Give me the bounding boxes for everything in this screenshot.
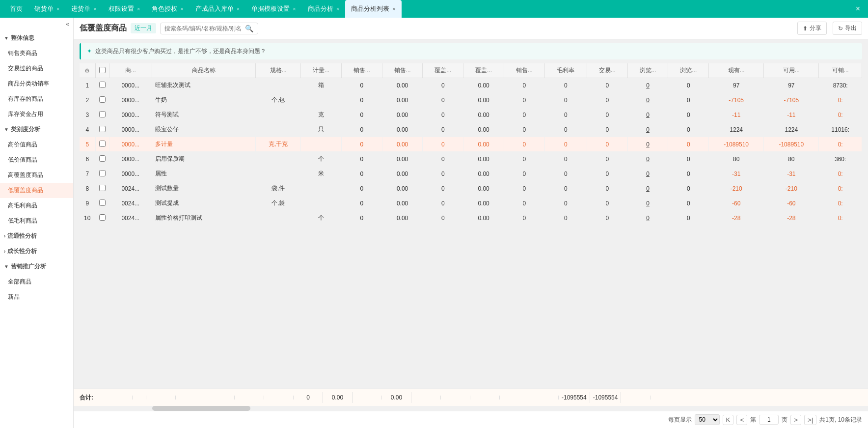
row-checkbox[interactable]: [99, 214, 106, 221]
horizontal-scrollbar[interactable]: [74, 406, 868, 411]
browse-link[interactable]: 0: [646, 126, 650, 133]
nav-template[interactable]: 单据模板设置 ×: [245, 0, 301, 18]
row-checkbox[interactable]: [99, 200, 106, 206]
next-page-button[interactable]: >: [790, 415, 801, 425]
nav-role-close[interactable]: ×: [180, 0, 183, 18]
cell-browse1[interactable]: 0: [627, 122, 668, 137]
first-page-button[interactable]: K: [723, 415, 734, 425]
per-page-select[interactable]: 50 100 200: [695, 414, 720, 425]
cell-browse1[interactable]: 0: [627, 196, 668, 211]
sidebar-item-all-goods[interactable]: 全部商品: [0, 274, 73, 289]
nav-purchase-close[interactable]: ×: [93, 0, 96, 18]
search-icon[interactable]: 🔍: [245, 25, 253, 32]
cell-checkbox[interactable]: [95, 137, 109, 152]
row-checkbox[interactable]: [99, 82, 106, 88]
search-box[interactable]: 🔍: [160, 23, 258, 34]
row-checkbox[interactable]: [99, 111, 106, 117]
sidebar-item-low-coverage[interactable]: 低覆盖度商品: [0, 183, 73, 198]
scrollbar-thumb[interactable]: [152, 406, 250, 411]
nav-sales[interactable]: 销货单 ×: [28, 0, 65, 18]
nav-permission-close[interactable]: ×: [137, 0, 140, 18]
sidebar-item-new-goods[interactable]: 新品: [0, 289, 73, 305]
row-checkbox[interactable]: [99, 141, 106, 147]
browse-link[interactable]: 0: [646, 97, 650, 104]
sidebar-section-flow[interactable]: › 流通性分析: [0, 228, 73, 244]
cell-browse1[interactable]: 0: [627, 93, 668, 108]
total-label: 共1页, 10条记录: [819, 416, 862, 424]
browse-link[interactable]: 0: [646, 185, 650, 192]
browse-link[interactable]: 0: [646, 171, 650, 177]
browse-link[interactable]: 0: [646, 215, 650, 222]
col-checkbox[interactable]: [95, 63, 109, 78]
nav-product-stock-close[interactable]: ×: [237, 0, 240, 18]
sidebar-item-stock-capital[interactable]: 库存资金占用: [0, 107, 73, 122]
browse-link[interactable]: 0: [646, 82, 650, 89]
nav-template-close[interactable]: ×: [293, 0, 296, 18]
nav-sales-close[interactable]: ×: [56, 0, 59, 18]
settings-icon[interactable]: ⚙: [84, 67, 90, 74]
cell-browse1[interactable]: 0: [627, 152, 668, 167]
cell-checkbox[interactable]: [95, 122, 109, 137]
browse-link[interactable]: 0: [646, 200, 650, 207]
sidebar-item-sales-goods[interactable]: 销售类商品: [0, 46, 73, 61]
search-input[interactable]: [164, 25, 243, 32]
sidebar-item-category-rate[interactable]: 商品分类动销率: [0, 76, 73, 91]
nav-permission[interactable]: 权限设置 ×: [103, 0, 146, 18]
browse-link[interactable]: 0: [646, 156, 650, 163]
period-tag[interactable]: 近一月: [131, 23, 156, 33]
cell-browse1[interactable]: 0: [627, 167, 668, 181]
nav-role[interactable]: 角色授权 ×: [146, 0, 189, 18]
cell-browse1[interactable]: 0: [627, 108, 668, 122]
cell-browse1[interactable]: 0: [627, 137, 668, 152]
sidebar-collapse-button[interactable]: «: [0, 18, 73, 30]
cell-checkbox[interactable]: [95, 78, 109, 93]
sidebar-section-overall[interactable]: ▼ 整体信息: [0, 30, 73, 46]
sidebar-item-low-value[interactable]: 低价值商品: [0, 152, 73, 168]
prev-page-button[interactable]: <: [736, 415, 747, 425]
cell-code: 0000...: [109, 93, 152, 108]
cell-checkbox[interactable]: [95, 167, 109, 181]
last-page-button[interactable]: >|: [804, 415, 816, 425]
browse-link[interactable]: 0: [646, 112, 650, 118]
page-input[interactable]: [759, 415, 779, 425]
share-button[interactable]: ⬆ 分享: [797, 22, 827, 35]
cell-checkbox[interactable]: [95, 152, 109, 167]
cell-checkbox[interactable]: [95, 108, 109, 122]
sidebar-item-traded-goods[interactable]: 交易过的商品: [0, 61, 73, 76]
cell-checkbox[interactable]: [95, 181, 109, 196]
cell-checkbox[interactable]: [95, 211, 109, 226]
cell-checkbox[interactable]: [95, 93, 109, 108]
sidebar-item-stocked-goods[interactable]: 有库存的商品: [0, 91, 73, 107]
sidebar-item-high-margin[interactable]: 高毛利商品: [0, 198, 73, 213]
nav-analysis-list[interactable]: 商品分析列表 ×: [345, 0, 401, 18]
sidebar-section-marketing[interactable]: ▼ 营销推广分析: [0, 259, 73, 274]
nav-analysis-close[interactable]: ×: [336, 0, 339, 18]
select-all-checkbox[interactable]: [99, 67, 106, 73]
cell-checkbox[interactable]: [95, 196, 109, 211]
nav-product-stock[interactable]: 产成品入库单 ×: [190, 0, 245, 18]
sidebar-item-low-margin[interactable]: 低毛利商品: [0, 213, 73, 228]
row-checkbox[interactable]: [99, 96, 106, 103]
row-checkbox[interactable]: [99, 126, 106, 132]
nav-analysis[interactable]: 商品分析 ×: [302, 0, 345, 18]
window-close-button[interactable]: ×: [852, 4, 864, 13]
nav-home[interactable]: 首页: [4, 0, 28, 18]
cell-browse1[interactable]: 0: [627, 181, 668, 196]
nav-purchase[interactable]: 进货单 ×: [65, 0, 102, 18]
row-checkbox[interactable]: [99, 185, 106, 191]
sidebar-section-growth[interactable]: › 成长性分析: [0, 244, 73, 259]
col-settings[interactable]: ⚙: [80, 63, 95, 78]
row-checkbox[interactable]: [99, 155, 106, 162]
export-button[interactable]: ↻ 导出: [833, 22, 862, 35]
col-current: 现有...: [709, 63, 764, 78]
cell-cover1: 0: [423, 167, 463, 181]
sidebar-item-high-value[interactable]: 高价值商品: [0, 137, 73, 152]
browse-link[interactable]: 0: [646, 141, 650, 148]
sidebar-section-category[interactable]: ▼ 类别度分析: [0, 122, 73, 137]
row-checkbox[interactable]: [99, 170, 106, 176]
table-footer: 合计: 0 0.00 0.00 -1095554 -1095554: [74, 389, 868, 406]
cell-browse1[interactable]: 0: [627, 211, 668, 226]
sidebar-item-high-coverage[interactable]: 高覆盖度商品: [0, 168, 73, 183]
nav-analysis-list-close[interactable]: ×: [392, 0, 395, 18]
cell-browse1[interactable]: 0: [627, 78, 668, 93]
